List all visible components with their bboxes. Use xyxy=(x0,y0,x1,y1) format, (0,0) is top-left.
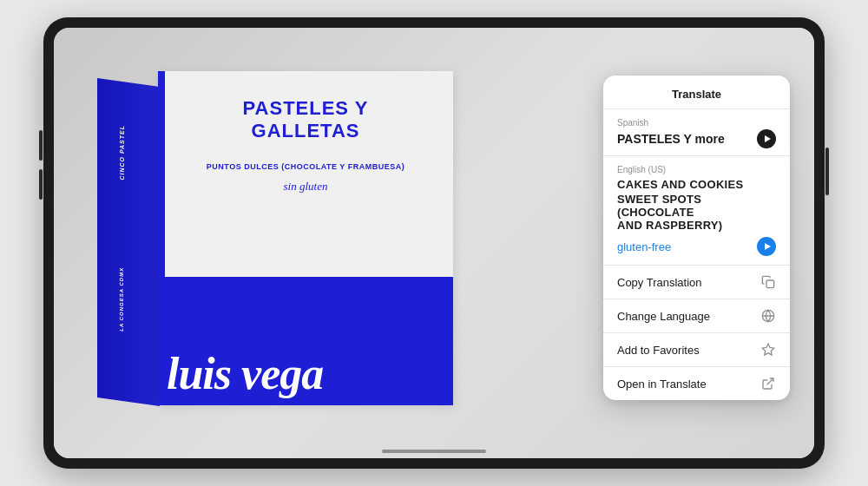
card-title: Translate xyxy=(672,88,721,101)
product-box: CINCO PASTEL LA CONGESA CDMX PASTELES YG… xyxy=(80,62,496,427)
menu-label-favorites: Add to Favorites xyxy=(617,344,700,357)
home-indicator xyxy=(382,450,486,453)
menu-item-add-favorites[interactable]: Add to Favorites xyxy=(603,333,790,367)
box-side-text-bottom: LA CONGESA CDMX xyxy=(119,267,124,332)
ipad-frame: CINCO PASTEL LA CONGESA CDMX PASTELES YG… xyxy=(43,17,825,469)
translation-line-1: CAKES AND COOKIES xyxy=(617,178,776,191)
box-front-panel: PASTELES YGALLETAS PUNTOS DULCES (CHOCOL… xyxy=(158,71,453,405)
volume-up-button[interactable] xyxy=(39,130,43,161)
ipad-screen: CINCO PASTEL LA CONGESA CDMX PASTELES YG… xyxy=(54,28,814,458)
translation-line-2: SWEET SPOTS (CHOCOLATE xyxy=(617,193,776,219)
translation-line-3: AND RASPBERRY) xyxy=(617,219,776,232)
box-product-subtitle: PUNTOS DULCES (CHOCOLATE Y FRAMBUESA) xyxy=(167,162,444,171)
play-icon xyxy=(765,135,771,142)
svg-marker-2 xyxy=(762,344,773,355)
external-link-icon xyxy=(760,376,776,391)
menu-item-copy-translation[interactable]: Copy Translation xyxy=(603,266,790,299)
box-side-panel: CINCO PASTEL LA CONGESA CDMX xyxy=(97,78,160,406)
box-product-title: PASTELES YGALLETAS xyxy=(175,97,436,143)
source-lang-label: Spanish xyxy=(617,118,776,128)
source-section: Spanish PASTELES Y more xyxy=(603,109,790,156)
card-header: Translate xyxy=(603,76,790,109)
copy-icon xyxy=(760,274,776,290)
source-play-button[interactable] xyxy=(757,129,776,148)
gluten-free-text: gluten-free xyxy=(617,240,671,253)
play-icon-blue xyxy=(765,243,771,250)
menu-label-copy: Copy Translation xyxy=(617,276,702,289)
gluten-play-button[interactable] xyxy=(757,237,776,256)
volume-down-button[interactable] xyxy=(39,169,43,200)
svg-rect-0 xyxy=(766,280,774,288)
menu-label-open: Open in Translate xyxy=(617,378,707,391)
translation-section: English (US) CAKES AND COOKIES SWEET SPO… xyxy=(603,156,790,266)
menu-label-change-lang: Change Language xyxy=(617,310,710,323)
menu-item-open-translate[interactable]: Open in Translate xyxy=(603,367,790,400)
menu-item-change-language[interactable]: Change Language xyxy=(603,299,790,333)
translate-icon xyxy=(760,308,776,324)
star-icon xyxy=(760,342,776,358)
power-button[interactable] xyxy=(825,148,829,195)
box-front-blue: luis vega xyxy=(158,277,453,405)
translation-lang-label: English (US) xyxy=(617,165,776,174)
svg-line-3 xyxy=(767,378,773,384)
source-text: PASTELES Y more xyxy=(617,132,725,146)
box-side-text-top: CINCO PASTEL xyxy=(119,124,126,181)
brand-name: luis vega xyxy=(167,351,323,397)
gluten-free-row: gluten-free xyxy=(617,237,776,256)
box-tagline: sin gluten xyxy=(167,180,444,194)
source-text-row: PASTELES Y more xyxy=(617,129,776,148)
translate-card: Translate Spanish PASTELES Y more Englis… xyxy=(603,76,790,400)
box-front-white: PASTELES YGALLETAS PUNTOS DULCES (CHOCOL… xyxy=(158,71,453,279)
